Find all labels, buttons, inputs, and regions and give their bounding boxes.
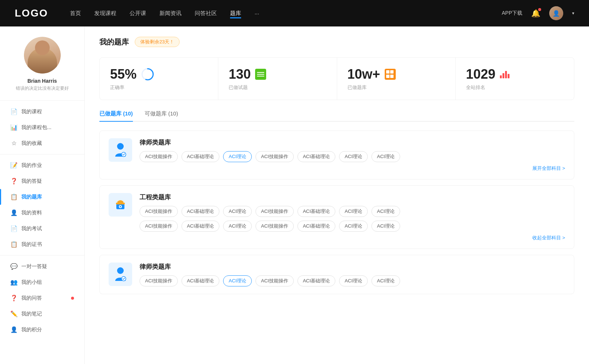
avatar: [24, 37, 61, 74]
stat-value-accuracy: 55%: [110, 67, 137, 82]
sidebar-item-my-qa[interactable]: ❓ 我的问答: [0, 290, 84, 306]
topic-header-2: 工程类题库 ACI技能操作 ACI基础理论 ACI理论 ACI技能操作 ACI基…: [109, 193, 565, 232]
tab-available-banks[interactable]: 可做题库 (10): [145, 110, 178, 122]
nav-more[interactable]: ···: [254, 9, 259, 18]
expand-link-2[interactable]: 收起全部科目 >: [532, 235, 565, 241]
stat-accuracy: 55% 正确率: [100, 58, 218, 100]
nav-qa[interactable]: 问答社区: [195, 8, 217, 18]
data-icon: 👤: [10, 209, 18, 216]
sidebar-item-favorites[interactable]: ☆ 我的收藏: [0, 135, 84, 151]
tag-2-2[interactable]: ACI理论: [223, 206, 252, 217]
main-layout: Brian Harris 错误的决定比没有决定要好 📄 我的课程 📊 我的课程包…: [0, 26, 589, 364]
svg-rect-5: [116, 203, 125, 204]
sidebar: Brian Harris 错误的决定比没有决定要好 📄 我的课程 📊 我的课程包…: [0, 26, 85, 364]
stat-value-ranking: 1029: [466, 67, 495, 82]
tag-3-1[interactable]: ACI基础理论: [181, 275, 220, 286]
stat-top-questions: 130: [229, 67, 326, 82]
tag-2-5[interactable]: ACI理论: [339, 206, 368, 217]
profile-bio: 错误的决定比没有决定要好: [16, 85, 69, 92]
svg-point-7: [120, 206, 121, 207]
sidebar-item-my-course[interactable]: 📄 我的课程: [0, 104, 84, 119]
tag-2-4[interactable]: ACI基础理论: [297, 206, 336, 217]
sidebar-item-exam[interactable]: 📄 我的考试: [0, 221, 84, 236]
sidebar-item-notes[interactable]: ✏️ 我的笔记: [0, 306, 84, 322]
sidebar-item-certificate[interactable]: 📋 我的证书: [0, 236, 84, 252]
user-avatar[interactable]: 👤: [549, 6, 563, 20]
expand-link-1[interactable]: 展开全部科目 >: [532, 165, 565, 172]
topic-tags-1: ACI技能操作 ACI基础理论 ACI理论 ACI技能操作 ACI基础理论 AC…: [140, 151, 565, 162]
tag-2-s5[interactable]: ACI理论: [339, 221, 368, 232]
tag-2-s1[interactable]: ACI基础理论: [181, 221, 220, 232]
avatar-chevron-icon[interactable]: ▾: [572, 11, 574, 16]
sidebar-item-group[interactable]: 👥 我的小组: [0, 274, 84, 290]
topic-info-1: 律师类题库 ACI技能操作 ACI基础理论 ACI理论 ACI技能操作 ACI基…: [140, 138, 565, 162]
sidebar-profile: Brian Harris 错误的决定比没有决定要好: [0, 26, 84, 97]
tag-1-2[interactable]: ACI理论: [223, 151, 252, 162]
page-title: 我的题库: [99, 37, 129, 47]
stat-banks: 10w+ 已做题库: [337, 58, 456, 100]
stat-label-questions: 已做试题: [229, 84, 326, 91]
stats-row: 55% 正确率 130: [99, 57, 574, 100]
svg-point-2: [117, 143, 124, 150]
tag-2-6[interactable]: ACI理论: [371, 206, 400, 217]
nav-discover[interactable]: 发现课程: [94, 8, 116, 18]
star-icon: ☆: [10, 140, 18, 147]
tag-3-0[interactable]: ACI技能操作: [140, 275, 178, 286]
topic-card-lawyer-1: 律师类题库 ACI技能操作 ACI基础理论 ACI理论 ACI技能操作 ACI基…: [99, 131, 574, 179]
sidebar-item-exam-bank[interactable]: 📋 我的题库: [0, 189, 84, 205]
app-download-button[interactable]: APP下载: [502, 10, 522, 17]
topic-title-1: 律师类题库: [140, 138, 565, 147]
sidebar-item-my-data[interactable]: 👤 我的资料: [0, 205, 84, 221]
tag-1-4[interactable]: ACI基础理论: [297, 151, 336, 162]
topic-icon-engineer: [109, 193, 132, 217]
tag-2-s4[interactable]: ACI基础理论: [297, 221, 336, 232]
tag-1-3[interactable]: ACI技能操作: [255, 151, 294, 162]
topic-info-2: 工程类题库 ACI技能操作 ACI基础理论 ACI理论 ACI技能操作 ACI基…: [140, 193, 565, 232]
topic-expand-2: 收起全部科目 >: [109, 235, 565, 241]
my-qa-icon: ❓: [10, 295, 18, 301]
nav-links: 首页 发现课程 公开课 新闻资讯 问答社区 题库 ···: [70, 8, 502, 18]
nav-news[interactable]: 新闻资讯: [159, 8, 181, 18]
tag-2-s3[interactable]: ACI技能操作: [255, 221, 294, 232]
tag-3-6[interactable]: ACI理论: [371, 275, 400, 286]
tag-2-1[interactable]: ACI基础理论: [181, 206, 220, 217]
sidebar-item-points[interactable]: 👤 我的积分: [0, 322, 84, 338]
nav-opencourse[interactable]: 公开课: [130, 8, 146, 18]
tabs-row: 已做题库 (10) 可做题库 (10): [99, 110, 574, 122]
points-icon: 👤: [10, 326, 18, 333]
chart-icon: [500, 70, 509, 78]
logo: LOGO: [15, 7, 48, 19]
cert-icon: 📋: [10, 241, 18, 248]
stat-label-ranking: 全站排名: [466, 84, 564, 91]
grid-icon: [385, 69, 396, 80]
tag-1-5[interactable]: ACI理论: [339, 151, 368, 162]
tag-1-6[interactable]: ACI理论: [371, 151, 400, 162]
topic-header-3: 律师类题库 ACI技能操作 ACI基础理论 ACI理论 ACI技能操作 ACI基…: [109, 263, 565, 286]
tag-3-2[interactable]: ACI理论: [223, 275, 252, 286]
tab-done-banks[interactable]: 已做题库 (10): [99, 110, 133, 122]
tag-2-s2[interactable]: ACI理论: [223, 221, 252, 232]
nav-exam[interactable]: 题库: [230, 8, 241, 18]
tag-2-s6[interactable]: ACI理论: [371, 221, 400, 232]
tag-2-0[interactable]: ACI技能操作: [140, 206, 178, 217]
sidebar-item-tutoring[interactable]: 💬 一对一答疑: [0, 258, 84, 274]
group-icon: 👥: [10, 279, 18, 286]
tag-3-3[interactable]: ACI技能操作: [255, 275, 294, 286]
tag-3-5[interactable]: ACI理论: [339, 275, 368, 286]
sidebar-item-qa-mine[interactable]: ❓ 我的答疑: [0, 173, 84, 189]
engineer-svg: [112, 196, 129, 214]
stat-questions: 130 已做试题: [218, 58, 337, 100]
nav-home[interactable]: 首页: [70, 8, 81, 18]
sidebar-item-homework[interactable]: 📝 我的作业: [0, 157, 84, 173]
sidebar-item-course-package[interactable]: 📊 我的课程包...: [0, 119, 84, 135]
tag-2-3[interactable]: ACI技能操作: [255, 206, 294, 217]
topic-tags-3: ACI技能操作 ACI基础理论 ACI理论 ACI技能操作 ACI基础理论 AC…: [140, 275, 565, 286]
stat-value-questions: 130: [229, 67, 251, 82]
tag-2-s0[interactable]: ACI技能操作: [140, 221, 178, 232]
tag-3-4[interactable]: ACI基础理论: [297, 275, 336, 286]
exam2-icon: 📄: [10, 225, 18, 232]
stat-top-banks: 10w+: [348, 67, 445, 82]
tag-1-1[interactable]: ACI基础理论: [181, 151, 220, 162]
tag-1-0[interactable]: ACI技能操作: [140, 151, 178, 162]
notification-bell[interactable]: 🔔: [531, 9, 540, 18]
